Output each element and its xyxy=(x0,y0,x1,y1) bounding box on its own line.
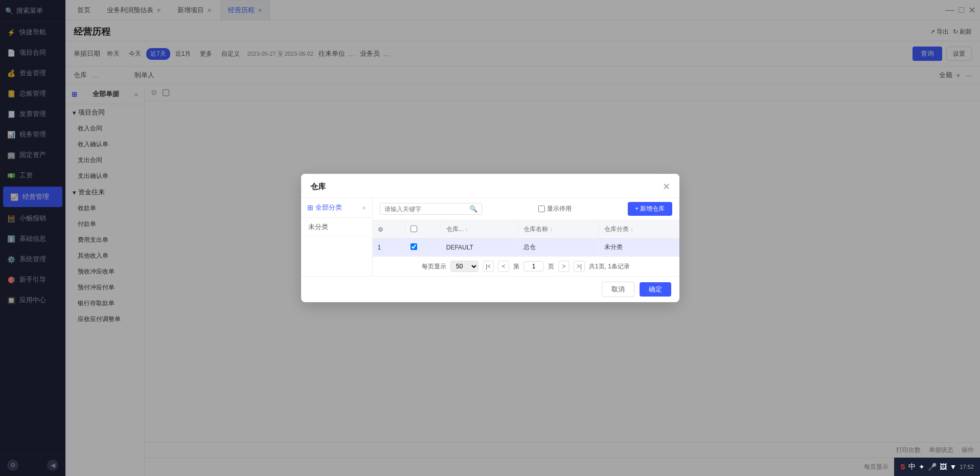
row-select-checkbox[interactable] xyxy=(411,243,417,250)
row-code: DEFAULT xyxy=(441,239,518,256)
modal-sidebar-header: ⊞ 全部分类 « xyxy=(301,198,372,218)
modal-per-page-select[interactable]: 50 100 xyxy=(450,261,478,272)
modal-close-button[interactable]: ✕ xyxy=(663,181,670,192)
modal-toolbar: 🔍 显示停用 + 新增仓库 xyxy=(373,198,679,220)
sys-icon-1[interactable]: 中 xyxy=(908,462,916,471)
modal-sidebar: ⊞ 全部分类 « 未分类 xyxy=(301,198,373,276)
show-disabled-checkbox[interactable] xyxy=(538,206,545,212)
page-suffix: 页 xyxy=(548,262,554,271)
row-category: 未分类 xyxy=(599,239,679,256)
col-name-label: 仓库名称 xyxy=(523,225,548,233)
modal-sidebar-uncategorized[interactable]: 未分类 xyxy=(301,218,372,237)
add-warehouse-button[interactable]: + 新增仓库 xyxy=(628,202,672,216)
search-input[interactable] xyxy=(384,206,467,213)
system-time: 17:52 xyxy=(960,464,974,470)
all-categories-icon: ⊞ xyxy=(307,203,313,212)
sys-icon-2[interactable]: ✦ xyxy=(919,463,925,471)
col-checkbox-header[interactable] xyxy=(405,220,441,239)
first-page-button[interactable]: |< xyxy=(483,261,494,272)
confirm-button[interactable]: 确定 xyxy=(640,282,671,297)
search-box: 🔍 xyxy=(380,203,482,215)
modal-actions: 取消 确定 xyxy=(301,276,679,302)
next-page-button[interactable]: > xyxy=(558,261,569,272)
col-code-header: 仓库... ↕ xyxy=(441,220,518,239)
page-label: 第 xyxy=(513,262,519,271)
row-name: 总仓 xyxy=(518,239,599,256)
sys-icon-4[interactable]: 🖼 xyxy=(940,463,947,471)
warehouse-modal: 仓库 ✕ ⊞ 全部分类 « 未分类 🔍 xyxy=(301,174,679,302)
row-checkbox[interactable] xyxy=(405,239,441,256)
sys-logo: S xyxy=(900,463,905,471)
col-settings[interactable]: ⚙ xyxy=(373,220,405,239)
total-records: 共1页, 1条记录 xyxy=(589,262,630,271)
modal-main: 🔍 显示停用 + 新增仓库 ⚙ xyxy=(373,198,679,276)
modal-sidebar-collapse-icon[interactable]: « xyxy=(362,204,366,211)
prev-page-button[interactable]: < xyxy=(498,261,509,272)
sys-icon-5[interactable]: ▼ xyxy=(950,463,957,471)
system-tray: S 中 ✦ 🎤 🖼 ▼ 17:52 xyxy=(894,458,980,476)
col-category-header: 仓库分类 ↕ xyxy=(599,220,679,239)
col-category-label: 仓库分类 xyxy=(604,225,629,233)
select-all-modal-checkbox[interactable] xyxy=(411,225,417,232)
row-index: 1 xyxy=(373,239,405,256)
show-disabled-label[interactable]: 显示停用 xyxy=(538,205,572,213)
modal-overlay[interactable]: 仓库 ✕ ⊞ 全部分类 « 未分类 🔍 xyxy=(0,0,980,476)
per-page-label: 每页显示 xyxy=(422,262,446,271)
sys-icon-3[interactable]: 🎤 xyxy=(928,463,937,471)
col-name-header: 仓库名称 ↕ xyxy=(518,220,599,239)
table-row[interactable]: 1 DEFAULT 总仓 未分类 xyxy=(373,239,679,256)
modal-pagination: 每页显示 50 100 |< < 第 页 > >| 共1页, 1条记录 xyxy=(373,256,679,276)
modal-header: 仓库 ✕ xyxy=(301,174,679,198)
search-icon: 🔍 xyxy=(469,205,477,213)
sort-icon[interactable]: ↕ xyxy=(550,226,552,232)
all-categories-label[interactable]: 全部分类 xyxy=(315,203,342,212)
last-page-button[interactable]: >| xyxy=(574,261,585,272)
page-number-input[interactable] xyxy=(523,261,544,271)
col-code-label: 仓库... xyxy=(446,225,464,233)
sort-icon[interactable]: ↕ xyxy=(465,226,468,232)
sort-icon[interactable]: ↕ xyxy=(630,226,633,232)
cancel-button[interactable]: 取消 xyxy=(602,282,634,297)
show-disabled-text: 显示停用 xyxy=(547,205,572,213)
modal-title: 仓库 xyxy=(310,182,326,192)
modal-table: ⚙ 仓库... ↕ 仓库名称 ↕ xyxy=(373,220,679,256)
modal-body: ⊞ 全部分类 « 未分类 🔍 显示停用 xyxy=(301,198,679,276)
